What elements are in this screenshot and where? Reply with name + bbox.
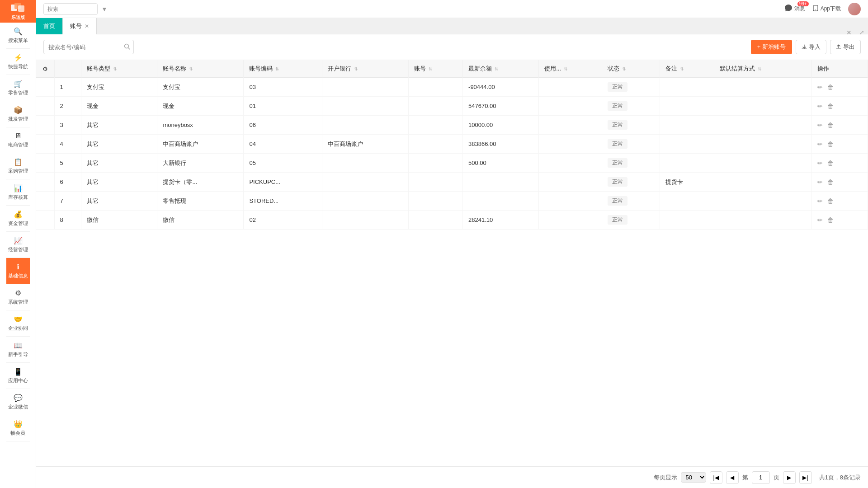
sidebar-item-system[interactable]: ⚙系统管理 — [6, 284, 30, 310]
ecom-label: 电商管理 — [8, 141, 28, 148]
table-row: 6 其它 提货卡（零... PICKUPC... 正常 提货卡 ✏ 🗑 — [36, 173, 868, 192]
sidebar-item-search[interactable]: 🔍搜索菜单 — [6, 23, 30, 49]
th-name[interactable]: 账号名称 ⇅ — [157, 60, 244, 78]
delete-icon[interactable]: 🗑 — [827, 122, 834, 129]
th-type[interactable]: 账号类型 ⇅ — [81, 60, 157, 78]
sidebar-item-purchase[interactable]: 📋采购管理 — [6, 153, 30, 179]
delete-icon[interactable]: 🗑 — [827, 197, 834, 205]
add-account-button[interactable]: + 新增账号 — [751, 40, 792, 54]
sidebar-item-member[interactable]: 👑畅会员 — [6, 415, 30, 441]
import-label: 导入 — [809, 43, 821, 51]
cell-index: 3 — [54, 116, 81, 135]
system-label: 系统管理 — [8, 299, 28, 305]
sidebar-item-retail[interactable]: 🛒零售管理 — [6, 75, 30, 101]
message-badge: 99+ — [797, 1, 809, 6]
cell-use — [539, 154, 602, 173]
th-use[interactable]: 使用... ⇅ — [539, 60, 602, 78]
edit-icon[interactable]: ✏ — [817, 216, 823, 224]
search-submit-icon[interactable] — [124, 43, 130, 51]
page-last-btn[interactable]: ▶| — [799, 471, 812, 484]
th-balance[interactable]: 最新余额 ⇅ — [463, 60, 539, 78]
edit-icon[interactable]: ✏ — [817, 178, 823, 186]
page-prev-btn[interactable]: ◀ — [726, 471, 739, 484]
th-note[interactable]: 备注 ⇅ — [660, 60, 714, 78]
cell-balance — [463, 173, 539, 192]
cell-account — [409, 173, 463, 192]
sidebar-item-ecom[interactable]: 🖥电商管理 — [6, 127, 30, 153]
delete-icon[interactable]: 🗑 — [827, 216, 834, 224]
sidebar-item-operations[interactable]: 📈经营管理 — [6, 232, 30, 258]
delete-icon[interactable]: 🗑 — [827, 84, 834, 91]
topbar-app-download[interactable]: App下载 — [812, 5, 841, 13]
search-input-wrapper — [43, 40, 134, 54]
cell-account — [409, 211, 463, 230]
sidebar-item-basic[interactable]: ℹ基础信息 — [6, 258, 30, 284]
cell-balance: -90444.00 — [463, 78, 539, 97]
page-first-btn[interactable]: |◀ — [710, 471, 722, 484]
delete-icon[interactable]: 🗑 — [827, 103, 834, 110]
sidebar-item-finance[interactable]: 💰资金管理 — [6, 206, 30, 232]
sidebar-item-wholesale[interactable]: 📦批发管理 — [6, 101, 30, 127]
sidebar-item-inventory[interactable]: 📊库存核算 — [6, 179, 30, 206]
th-code[interactable]: 账号编码 ⇅ — [244, 60, 322, 78]
sidebar-item-corpwechat[interactable]: 💬企业微信 — [6, 389, 30, 415]
cell-ops: ✏ 🗑 — [812, 173, 868, 192]
page-number-input[interactable] — [752, 471, 770, 484]
cell-account — [409, 135, 463, 154]
topbar-search-input[interactable] — [43, 3, 98, 15]
cell-ops: ✏ 🗑 — [812, 97, 868, 116]
app-label: App下载 — [821, 5, 841, 13]
edit-icon[interactable]: ✏ — [817, 160, 823, 167]
content-area: + 新增账号 导入 导出 ⚙ 账号类型 ⇅ 账号名称 ⇅ — [36, 34, 868, 488]
topbar-message[interactable]: 消息 99+ — [784, 4, 805, 14]
cell-code: STORED... — [244, 192, 322, 211]
ecom-icon: 🖥 — [14, 132, 22, 140]
edit-icon[interactable]: ✏ — [817, 197, 823, 205]
cell-ops: ✏ 🗑 — [812, 211, 868, 230]
corpwechat-icon: 💬 — [14, 394, 23, 402]
cell-status: 正常 — [602, 116, 660, 135]
cell-use — [539, 135, 602, 154]
tab-home[interactable]: 首页 — [36, 18, 63, 34]
cell-status: 正常 — [602, 192, 660, 211]
cell-settlement — [714, 135, 811, 154]
cell-account — [409, 154, 463, 173]
cell-name: 零售抵现 — [157, 192, 244, 211]
th-bank[interactable]: 开户银行 ⇅ — [322, 60, 409, 78]
enterprise-label: 企业协同 — [8, 325, 28, 332]
cell-status: 正常 — [602, 173, 660, 192]
account-search-input[interactable] — [43, 40, 134, 54]
import-button[interactable]: 导入 — [796, 40, 826, 54]
sidebar-item-shortcut[interactable]: ⚡快捷导航 — [6, 49, 30, 75]
delete-icon[interactable]: 🗑 — [827, 160, 834, 167]
edit-icon[interactable]: ✏ — [817, 122, 823, 129]
cell-settings — [36, 135, 54, 154]
export-button[interactable]: 导出 — [830, 40, 861, 54]
cell-settlement — [714, 211, 811, 230]
cell-code: 01 — [244, 97, 322, 116]
page-suffix: 页 — [774, 474, 779, 482]
cell-index: 6 — [54, 173, 81, 192]
delete-icon[interactable]: 🗑 — [827, 178, 834, 186]
page-size-select[interactable]: 50 100 200 — [681, 472, 706, 483]
cell-ops: ✏ 🗑 — [812, 116, 868, 135]
page-next-btn[interactable]: ▶ — [783, 471, 796, 484]
sidebar-item-enterprise[interactable]: 🤝企业协同 — [6, 310, 30, 337]
th-settlement[interactable]: 默认结算方式 ⇅ — [714, 60, 811, 78]
tab-account[interactable]: 账号 ✕ — [63, 18, 97, 34]
delete-icon[interactable]: 🗑 — [827, 141, 834, 148]
user-avatar[interactable] — [848, 3, 861, 15]
cell-type: 微信 — [81, 211, 157, 230]
th-settings[interactable]: ⚙ — [36, 60, 54, 78]
th-status[interactable]: 状态 ⇅ — [602, 60, 660, 78]
tab-account-close[interactable]: ✕ — [85, 23, 89, 29]
sidebar-item-appcenter[interactable]: 📱应用中心 — [6, 363, 30, 389]
edit-icon[interactable]: ✏ — [817, 141, 823, 148]
edit-icon[interactable]: ✏ — [817, 84, 823, 91]
sidebar-item-guide[interactable]: 📖新手引导 — [6, 337, 30, 363]
topbar-dropdown-icon[interactable]: ▼ — [101, 5, 108, 13]
th-account[interactable]: 账号 ⇅ — [409, 60, 463, 78]
cell-use — [539, 173, 602, 192]
table-header-row: ⚙ 账号类型 ⇅ 账号名称 ⇅ 账号编码 ⇅ 开户银行 ⇅ 账号 ⇅ 最新余额 … — [36, 60, 868, 78]
edit-icon[interactable]: ✏ — [817, 103, 823, 110]
